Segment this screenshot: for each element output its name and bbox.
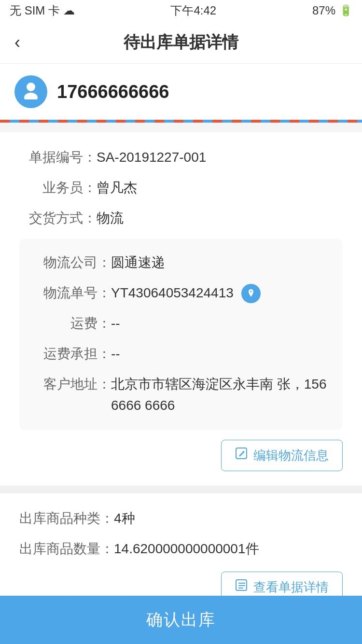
- confirm-label: 确认出库: [146, 609, 216, 631]
- delivery-type-label: 交货方式：: [19, 208, 97, 229]
- status-right: 87% 🔋: [312, 4, 352, 17]
- status-bar: 无 SIM 卡 ☁ 下午4:42 87% 🔋: [0, 0, 362, 21]
- freight-value: --: [111, 313, 328, 335]
- confirm-button[interactable]: 确认出库: [0, 596, 362, 644]
- nav-bar: ‹ 待出库单据详情: [0, 21, 362, 64]
- tracking-no-value: YT43064053424413: [111, 282, 328, 304]
- goods-quantity-value: 14.620000000000001件: [114, 538, 343, 560]
- edit-logistics-label: 编辑物流信息: [253, 447, 329, 464]
- address-row: 客户地址： 北京市市辖区海淀区永丰南 张，156 6666 6666: [34, 374, 328, 417]
- order-no-row: 单据编号： SA-20191227-001: [19, 147, 343, 168]
- status-left: 无 SIM 卡 ☁: [10, 3, 75, 18]
- freight-bearer-value: --: [111, 343, 328, 365]
- customer-header: 17666666666: [0, 64, 362, 120]
- edit-icon: [235, 447, 249, 464]
- logistics-company-label: 物流公司：: [34, 252, 111, 274]
- location-icon[interactable]: [241, 284, 261, 303]
- goods-quantity-row: 出库商品数量： 14.620000000000001件: [19, 538, 343, 560]
- goods-type-value: 4种: [114, 508, 343, 530]
- logistics-box: 物流公司： 圆通速递 物流单号： YT43064053424413 运费： --…: [19, 238, 343, 430]
- goods-type-label: 出库商品种类：: [19, 508, 114, 530]
- svg-point-1: [24, 93, 38, 99]
- freight-bearer-label: 运费承担：: [34, 343, 111, 365]
- edit-btn-container: 编辑物流信息: [19, 440, 343, 471]
- salesman-value: 曾凡杰: [97, 177, 343, 199]
- logistics-company-value: 圆通速递: [111, 252, 328, 274]
- dashed-divider: [0, 120, 362, 123]
- sim-status: 无 SIM 卡 ☁: [10, 3, 75, 18]
- separator: [0, 486, 362, 493]
- edit-logistics-button[interactable]: 编辑物流信息: [221, 440, 343, 471]
- status-time: 下午4:42: [170, 3, 216, 18]
- salesman-row: 业务员： 曾凡杰: [19, 177, 343, 199]
- freight-bearer-row: 运费承担： --: [34, 343, 328, 365]
- view-detail-label: 查看单据详情: [253, 579, 329, 596]
- freight-row: 运费： --: [34, 313, 328, 335]
- battery-status: 87%: [312, 4, 335, 17]
- order-no-value: SA-20191227-001: [97, 147, 343, 168]
- person-icon: [21, 80, 41, 104]
- salesman-label: 业务员：: [19, 177, 97, 199]
- avatar: [14, 75, 47, 108]
- page-title: 待出库单据详情: [124, 31, 238, 54]
- order-info-section: 单据编号： SA-20191227-001 业务员： 曾凡杰 交货方式： 物流 …: [0, 132, 362, 486]
- back-button[interactable]: ‹: [14, 32, 20, 53]
- address-value: 北京市市辖区海淀区永丰南 张，156 6666 6666: [111, 374, 328, 417]
- battery-icon: 🔋: [339, 4, 352, 17]
- goods-type-row: 出库商品种类： 4种: [19, 508, 343, 530]
- address-label: 客户地址：: [34, 374, 111, 395]
- goods-quantity-label: 出库商品数量：: [19, 538, 114, 560]
- svg-point-0: [27, 83, 35, 91]
- delivery-type-value: 物流: [97, 208, 343, 229]
- tracking-no-label: 物流单号：: [34, 282, 111, 304]
- customer-phone: 17666666666: [57, 82, 169, 102]
- tracking-no-row: 物流单号： YT43064053424413: [34, 282, 328, 304]
- order-no-label: 单据编号：: [19, 147, 97, 168]
- list-icon: [235, 579, 249, 596]
- logistics-company-row: 物流公司： 圆通速递: [34, 252, 328, 274]
- delivery-type-row: 交货方式： 物流: [19, 208, 343, 229]
- freight-label: 运费：: [34, 313, 111, 335]
